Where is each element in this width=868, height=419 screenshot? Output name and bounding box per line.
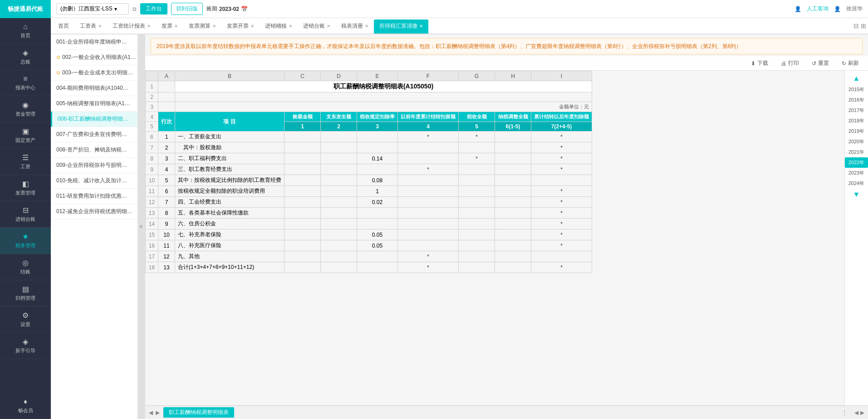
sheet-scroll-right[interactable]: ▶ [860, 409, 864, 416]
tab-invoice-close[interactable]: ✕ [174, 24, 178, 29]
bottom-tab-active[interactable]: 职工薪酬纳税调整明细表 [163, 407, 234, 418]
tab-payroll-stat[interactable]: 工资统计报表 ✕ [107, 19, 156, 34]
sub-menu-item-010[interactable]: 010-免税、减计收入及加计… [51, 173, 137, 189]
tab-maximize-icon[interactable]: ⊞ [861, 22, 866, 29]
year-item-2016[interactable]: 2016年 [845, 95, 868, 105]
sidebar-item-closing[interactable]: ◎ 结账 [0, 254, 51, 280]
sub-menu-item-001[interactable]: 001-企业所得税年度纳税申… [51, 34, 137, 50]
sidebar-item-settings[interactable]: ⚙ 设置 [0, 307, 51, 333]
old-version-button[interactable]: 切到旧版 [171, 3, 203, 15]
sidebar-item-home[interactable]: ⌂ 首页 [0, 18, 51, 44]
sub-menu-item-007[interactable]: 007-广告费和业务宣传费明… [51, 127, 137, 142]
year-item-2019[interactable]: 2019年 [845, 126, 868, 136]
sidebar-item-sales-mgmt[interactable]: ⊟ 进销台账 [0, 201, 51, 228]
subheader-h: 6(1-5) [495, 122, 531, 132]
year-item-2018[interactable]: 2018年 [845, 116, 868, 126]
tab-payroll[interactable]: 工资表 ✕ [74, 19, 107, 34]
reset-button[interactable]: ↺ 重置 [808, 58, 833, 68]
sheet-nav-right[interactable]: ▶ [156, 409, 160, 416]
bottom-tabbar: ◀ ▶ 职工薪酬纳税调整明细表 ⋮ ◀ ▶ [145, 405, 868, 419]
tabbar-actions: ⊟ ⊞ [853, 22, 866, 29]
sidebar-item-report[interactable]: ≡ 报表中心 [0, 70, 51, 96]
sub-menu-item-003[interactable]: ⊘ 003-一般企业成本支出明细… [51, 65, 137, 81]
tab-sales-check-close[interactable]: ✕ [289, 24, 292, 29]
year-item-2021[interactable]: 2021年 [845, 147, 868, 157]
sidebar-item-guide[interactable]: ◈ 新手引导 [0, 333, 51, 359]
sidebar-item-vip[interactable]: ♦ 畅会员 [0, 393, 51, 419]
refresh-button[interactable]: ↻ 刷新 [838, 58, 863, 68]
col-header-I: I [531, 71, 592, 81]
sheet-title: 职工薪酬纳税调整明细表(A105050) [175, 81, 592, 93]
tab-invoice[interactable]: 发票 ✕ [156, 19, 183, 34]
sidebar: 畅捷通易代账 ⌂ 首页 ◈ 总账 ≡ 报表中心 ◉ 资金管理 ▣ 固定资产 ☰ … [0, 0, 51, 419]
app-logo: 畅捷通易代账 [0, 0, 51, 18]
sub-menu-item-008[interactable]: 008-资产折旧、摊销及纳税… [51, 142, 137, 158]
tab-invoice-open[interactable]: 发票开票 ✕ [221, 19, 260, 34]
sub-menu-item-002[interactable]: ⊘ 002-一般企业收入明细表(A1… [51, 50, 137, 65]
sales-mgmt-icon: ⊟ [23, 206, 29, 214]
tab-payroll-stat-close[interactable]: ✕ [147, 24, 151, 29]
tab-invoice-open-close[interactable]: ✕ [250, 24, 254, 29]
sub-menu-item-006[interactable]: 006-职工薪酬纳税调整明细… [51, 112, 137, 127]
sheet-nav-left[interactable]: ◀ [149, 409, 153, 416]
sheet-toolbar: ⬇ 下载 🖨 打印 ↺ 重置 ↻ 刷新 [145, 56, 868, 71]
spreadsheet-container[interactable]: A B C D E F G H I [145, 71, 844, 405]
copy-icon[interactable]: ⧉ [132, 6, 137, 12]
sidebar-item-general-ledger[interactable]: ◈ 总账 [0, 44, 51, 70]
payroll-icon: ☰ [22, 153, 29, 162]
table-row: 9 4 三、职工教育经费支出 * * [146, 164, 592, 175]
customer-service[interactable]: 人工客询 [807, 5, 829, 13]
year-item-2024[interactable]: 2024年 [845, 178, 868, 189]
tab-minimize-icon[interactable]: ⊟ [853, 22, 859, 29]
tab-sales-ledger[interactable]: 进销台账 ✕ [298, 19, 336, 34]
sheet-options-icon[interactable]: ⋮ [842, 409, 847, 416]
tab-income-tax[interactable]: 所得税汇算清缴 ✕ [374, 19, 428, 34]
table-row: 16 11 八、补充医疗保险 0.05 * [146, 240, 592, 251]
topbar-left: (勿删）江西股宝-LSS ▾ ⧉ 工作台 切到旧版 账期 2023-02 📅 [56, 3, 248, 15]
col-header-F: F [398, 71, 459, 81]
sheet-scroll-left[interactable]: ◀ [854, 409, 858, 416]
tab-invoice-calc[interactable]: 发票测算 ✕ [183, 19, 221, 34]
year-item-2023[interactable]: 2023年 [845, 168, 868, 178]
tab-income-tax-close[interactable]: ✕ [419, 24, 423, 29]
table-row: 17 12 九、其他 * [146, 251, 592, 262]
year-item-2015[interactable]: 2015年 [845, 84, 868, 95]
header-c: 账载金额 [284, 112, 321, 122]
download-button[interactable]: ⬇ 下载 [747, 58, 772, 68]
tab-invoice-calc-close[interactable]: ✕ [212, 24, 216, 29]
sub-menu-item-009[interactable]: 009-企业所得税弥补亏损明… [51, 158, 137, 173]
subheader-c: 1 [284, 122, 321, 132]
sub-menu-item-011[interactable]: 011-研发费用加计扣除优惠… [51, 189, 137, 204]
year-nav-down[interactable]: ▼ [851, 189, 862, 200]
header-f: 以前年度累计结转扣留额 [398, 112, 459, 122]
year-item-2020[interactable]: 2020年 [845, 136, 868, 147]
print-button[interactable]: 🖨 打印 [777, 58, 803, 68]
sidebar-item-invoice-mgmt[interactable]: ◧ 发票管理 [0, 175, 51, 201]
workspace-button[interactable]: 工作台 [140, 3, 167, 15]
sidebar-item-tax-mgmt[interactable]: ★ 税务管理 [0, 228, 51, 254]
tab-sales-ledger-close[interactable]: ✕ [327, 24, 330, 29]
tab-tax-clear-close[interactable]: ✕ [365, 24, 368, 29]
company-selector[interactable]: (勿删）江西股宝-LSS ▾ [56, 3, 129, 15]
tab-sales-check[interactable]: 进销稽核 ✕ [260, 19, 298, 34]
calendar-icon[interactable]: 📅 [241, 6, 248, 12]
sub-menu-item-005[interactable]: 005-纳税调整项目明细表(A1… [51, 96, 137, 112]
sub-menu-item-012[interactable]: 012-减免企业所得税优惠明细… [51, 204, 137, 219]
year-item-2017[interactable]: 2017年 [845, 105, 868, 116]
collapse-button[interactable]: « [138, 34, 145, 419]
subheader-g: 5 [459, 122, 495, 132]
tab-home[interactable]: 首页 [53, 19, 74, 34]
period-info: 账期 2023-02 📅 [206, 5, 248, 13]
tab-payroll-close[interactable]: ✕ [98, 24, 102, 29]
sidebar-item-fixed-asset[interactable]: ▣ 固定资产 [0, 122, 51, 149]
sidebar-item-payroll[interactable]: ☰ 工资 [0, 149, 51, 175]
table-row-header1: 4 行次 项 目 账载金额 支东发生额 税收规定扣除率 以前年度累计结转扣留额 … [146, 112, 592, 122]
table-row-unit: 3 金额单位：元 [146, 102, 592, 112]
year-item-2022[interactable]: 2022年 [845, 157, 868, 168]
sub-menu-item-004[interactable]: 004-期间费用明细表(A1040… [51, 81, 137, 96]
sidebar-item-fund[interactable]: ◉ 资金管理 [0, 96, 51, 122]
year-nav-up[interactable]: ▲ [851, 73, 862, 84]
tab-tax-clear[interactable]: 税表清册 ✕ [336, 19, 374, 34]
main-area: (勿删）江西股宝-LSS ▾ ⧉ 工作台 切到旧版 账期 2023-02 📅 👤… [51, 0, 868, 419]
sidebar-item-archive[interactable]: ▤ 归档管理 [0, 280, 51, 307]
